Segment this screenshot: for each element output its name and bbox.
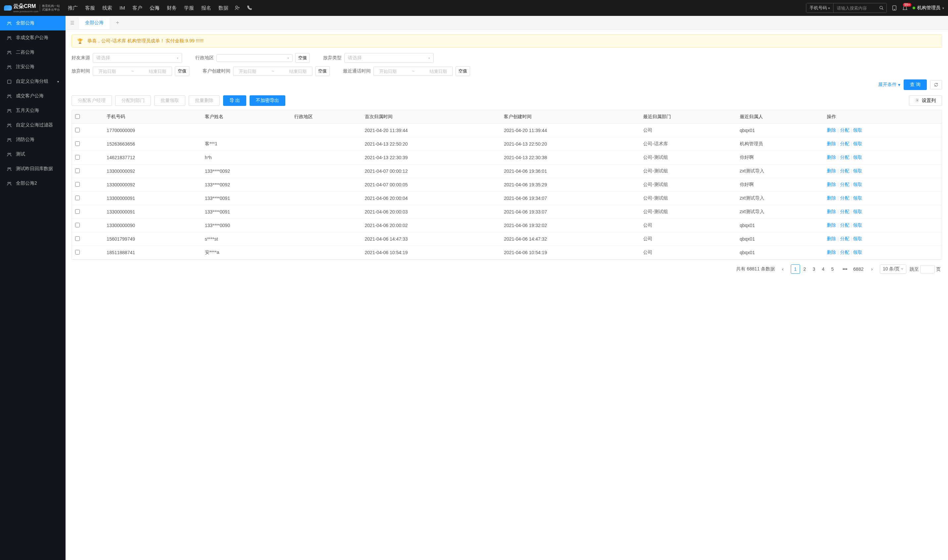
row-assign-link[interactable]: 分配 <box>840 182 850 187</box>
row-assign-link[interactable]: 分配 <box>840 155 850 160</box>
page-size-select[interactable]: 10 条/页 ▾ <box>880 265 906 274</box>
last-call-null-button[interactable]: 空值 <box>456 66 470 76</box>
row-assign-link[interactable]: 分配 <box>840 141 850 146</box>
row-assign-link[interactable]: 分配 <box>840 168 850 174</box>
row-claim-link[interactable]: 领取 <box>853 249 862 255</box>
last-page-button[interactable]: 6882 <box>853 265 864 274</box>
notification-icon[interactable]: 99+ <box>902 5 908 11</box>
page-ellipsis[interactable]: ••• <box>840 265 850 274</box>
tablet-icon[interactable] <box>891 5 897 11</box>
sidebar-item-5[interactable]: 成交客户公海 <box>0 89 66 103</box>
search-type-select[interactable]: 手机号码 ▾ <box>806 3 834 12</box>
refresh-button[interactable] <box>930 80 942 89</box>
user-menu[interactable]: 机构管理员 ▾ <box>913 5 944 11</box>
create-end-input[interactable] <box>286 69 309 74</box>
nav-item-1[interactable]: 客服 <box>85 5 95 11</box>
page-2[interactable]: 2 <box>800 265 809 274</box>
filter-range-abandon-time[interactable]: ~ <box>93 66 172 76</box>
sidebar-item-7[interactable]: 自定义公海过滤器 <box>0 118 66 132</box>
lastcall-end-input[interactable] <box>427 69 450 74</box>
filter-select-region[interactable]: ▾ <box>217 54 292 62</box>
row-claim-link[interactable]: 领取 <box>853 222 862 228</box>
row-checkbox[interactable] <box>75 209 80 214</box>
row-delete-link[interactable]: 删除 <box>827 222 836 228</box>
row-delete-link[interactable]: 删除 <box>827 182 836 187</box>
sidebar-item-10[interactable]: 测试昨日回库数据 <box>0 162 66 176</box>
row-claim-link[interactable]: 领取 <box>853 168 862 174</box>
row-claim-link[interactable]: 领取 <box>853 182 862 187</box>
row-checkbox[interactable] <box>75 250 80 254</box>
sidebar-item-1[interactable]: 非成交客户公海 <box>0 31 66 45</box>
logo[interactable]: 云朵CRM www.yunduocrm.com 教育机构一站 式服务云平台 <box>4 3 60 13</box>
row-claim-link[interactable]: 领取 <box>853 128 862 133</box>
row-assign-link[interactable]: 分配 <box>840 128 850 133</box>
row-delete-link[interactable]: 删除 <box>827 195 836 201</box>
row-assign-link[interactable]: 分配 <box>840 222 850 228</box>
sidebar-item-0[interactable]: 全部公海 <box>0 16 66 31</box>
row-delete-link[interactable]: 删除 <box>827 128 836 133</box>
row-checkbox[interactable] <box>75 168 80 173</box>
nav-item-8[interactable]: 报名 <box>201 5 211 11</box>
phone-icon[interactable] <box>246 5 252 11</box>
abandon-time-null-button[interactable]: 空值 <box>175 66 189 76</box>
page-jump-input[interactable] <box>920 265 935 273</box>
sidebar-item-11[interactable]: 全部公海2 <box>0 176 66 191</box>
prev-page-button[interactable]: ‹ <box>778 265 788 274</box>
lastcall-start-input[interactable] <box>376 69 400 74</box>
row-claim-link[interactable]: 领取 <box>853 141 862 146</box>
sidebar-item-6[interactable]: 五月天公海 <box>0 103 66 118</box>
row-delete-link[interactable]: 删除 <box>827 209 836 214</box>
create-time-null-button[interactable]: 空值 <box>315 66 330 76</box>
select-all-checkbox[interactable] <box>75 114 80 119</box>
batch-claim-button[interactable]: 批量领取 <box>154 95 185 106</box>
row-delete-link[interactable]: 删除 <box>827 168 836 174</box>
region-null-button[interactable]: 空值 <box>295 53 310 63</box>
page-4[interactable]: 4 <box>819 265 828 274</box>
assign-manager-button[interactable]: 分配客户经理 <box>71 95 112 106</box>
row-delete-link[interactable]: 删除 <box>827 141 836 146</box>
nav-item-5[interactable]: 公海 <box>149 5 160 11</box>
page-5[interactable]: 5 <box>828 265 837 274</box>
row-checkbox[interactable] <box>75 128 80 132</box>
assign-dept-button[interactable]: 分配到部门 <box>115 95 151 106</box>
filter-select-friend-source[interactable]: 请选择▾ <box>93 53 182 63</box>
nav-item-6[interactable]: 财务 <box>167 5 177 11</box>
nav-item-7[interactable]: 学服 <box>184 5 194 11</box>
row-checkbox[interactable] <box>75 236 80 241</box>
row-delete-link[interactable]: 删除 <box>827 249 836 255</box>
query-button[interactable]: 查 询 <box>903 79 927 90</box>
filter-range-create-time[interactable]: ~ <box>233 66 312 76</box>
row-assign-link[interactable]: 分配 <box>840 249 850 255</box>
export-button[interactable]: 导 出 <box>223 95 246 106</box>
next-page-button[interactable]: › <box>867 265 877 274</box>
row-assign-link[interactable]: 分配 <box>840 209 850 214</box>
row-checkbox[interactable] <box>75 182 80 187</box>
sidebar-item-3[interactable]: 注安公海 <box>0 60 66 74</box>
filter-range-last-call[interactable]: ~ <box>373 66 453 76</box>
expand-filters-link[interactable]: 展开条件 ▾ <box>878 82 900 88</box>
tab-add-button[interactable]: ＋ <box>109 19 125 26</box>
row-delete-link[interactable]: 删除 <box>827 236 836 241</box>
abandon-start-input[interactable] <box>95 69 119 74</box>
tab-list-toggle-icon[interactable]: ☰ <box>66 20 79 26</box>
row-claim-link[interactable]: 领取 <box>853 155 862 160</box>
set-columns-button[interactable]: 设置列 <box>909 95 942 106</box>
row-claim-link[interactable]: 领取 <box>853 195 862 201</box>
row-checkbox[interactable] <box>75 142 80 146</box>
nav-item-2[interactable]: 线索 <box>102 5 112 11</box>
page-1[interactable]: 1 <box>791 265 800 274</box>
export-plain-button[interactable]: 不加密导出 <box>249 95 285 106</box>
filter-select-abandon-type[interactable]: 请选择▾ <box>344 53 434 63</box>
sidebar-item-8[interactable]: 消防公海 <box>0 132 66 147</box>
nav-item-4[interactable]: 客户 <box>132 5 142 11</box>
nav-item-9[interactable]: 数据 <box>219 5 228 11</box>
nav-item-3[interactable]: IM <box>120 5 125 11</box>
batch-delete-button[interactable]: 批量删除 <box>189 95 220 106</box>
sidebar-item-4[interactable]: 自定义公海分组▾ <box>0 74 66 89</box>
row-claim-link[interactable]: 领取 <box>853 236 862 241</box>
row-claim-link[interactable]: 领取 <box>853 209 862 214</box>
row-checkbox[interactable] <box>75 155 80 160</box>
page-3[interactable]: 3 <box>809 265 819 274</box>
sidebar-item-9[interactable]: 测试 <box>0 147 66 162</box>
tab-active[interactable]: 全部公海 <box>79 16 109 29</box>
